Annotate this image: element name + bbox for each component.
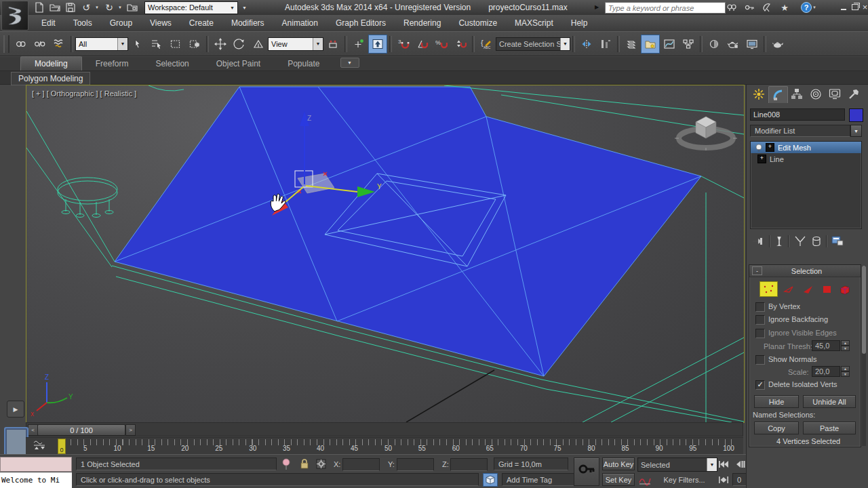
workspace-flyout-icon[interactable]: ▼ xyxy=(242,5,247,10)
workspace-dropdown[interactable]: Workspace: Default▼ xyxy=(144,1,238,14)
ribbon-tab-selection[interactable]: Selection xyxy=(142,57,202,70)
scale-spinner[interactable]: ▲▼ xyxy=(841,366,850,377)
tab-hierarchy-icon[interactable] xyxy=(787,86,806,102)
menu-item[interactable]: Help xyxy=(562,16,597,30)
make-unique-icon[interactable] xyxy=(793,235,807,247)
minimize-button[interactable] xyxy=(838,2,848,12)
delete-isolated-verts-checkbox[interactable]: ✓ xyxy=(755,380,765,390)
sub-object-element-button[interactable] xyxy=(835,281,854,297)
set-keys-button[interactable] xyxy=(574,458,599,486)
copy-button[interactable]: Copy xyxy=(754,422,799,434)
select-and-link-icon[interactable] xyxy=(12,35,31,54)
default-in-out-tangent-icon[interactable] xyxy=(637,473,654,487)
menu-item[interactable]: Edit xyxy=(33,16,64,30)
hide-button[interactable]: Hide xyxy=(754,395,799,408)
restore-button[interactable] xyxy=(850,2,860,12)
auto-key-button[interactable]: Auto Key xyxy=(602,458,635,470)
object-color-swatch[interactable] xyxy=(849,108,863,122)
favorites-star-icon[interactable]: ★ xyxy=(777,1,792,14)
percent-snap-toggle-icon[interactable]: % xyxy=(432,35,451,54)
rendered-frame-window-icon[interactable] xyxy=(743,35,762,54)
reference-coordinate-dropdown[interactable]: View▼ xyxy=(268,37,323,51)
toolbar-grip[interactable] xyxy=(3,35,9,53)
save-icon[interactable] xyxy=(64,1,77,14)
menu-item[interactable]: Customize xyxy=(450,16,506,30)
undo-icon[interactable]: ↺ xyxy=(79,1,93,14)
help-icon[interactable]: ? xyxy=(799,1,814,14)
planar-thresh-field[interactable]: 45,0 xyxy=(812,340,840,351)
menu-item[interactable]: Create xyxy=(180,16,222,30)
track-display-icon[interactable] xyxy=(31,439,50,452)
selection-rollout-header[interactable]: - Selection xyxy=(749,265,861,277)
ignore-backfacing-checkbox[interactable] xyxy=(755,315,765,325)
edit-named-selection-sets-icon[interactable]: {ABC xyxy=(477,35,496,54)
time-slider-handle[interactable]: 0 / 100 xyxy=(37,424,125,436)
modifier-stack-row-line[interactable]: + Line xyxy=(751,153,861,165)
by-vertex-checkbox[interactable] xyxy=(755,302,765,312)
bind-to-space-warp-icon[interactable] xyxy=(50,35,68,54)
previous-frame-icon[interactable] xyxy=(732,458,747,471)
paste-button[interactable]: Paste xyxy=(803,422,856,434)
pin-stack-icon[interactable] xyxy=(750,235,765,247)
configure-modifier-sets-icon[interactable] xyxy=(831,236,844,247)
show-end-result-icon[interactable] xyxy=(774,235,784,247)
rectangular-selection-region-icon[interactable] xyxy=(166,35,185,54)
polygon-modeling-panel-tab[interactable]: Polygon Modeling xyxy=(11,72,90,85)
spinner-snap-toggle-icon[interactable] xyxy=(451,35,470,54)
ribbon-minimize-icon[interactable]: ▼ xyxy=(340,58,359,68)
menu-item[interactable]: Modifiers xyxy=(222,16,273,30)
search-icon[interactable] xyxy=(724,1,739,14)
x-coordinate-field[interactable] xyxy=(342,458,380,471)
menu-item[interactable]: Views xyxy=(141,16,180,30)
unlink-selection-icon[interactable] xyxy=(31,35,50,54)
angle-snap-toggle-icon[interactable] xyxy=(413,35,432,54)
align-icon[interactable] xyxy=(596,35,615,54)
ignore-visible-edges-checkbox[interactable] xyxy=(755,329,765,338)
named-selection-set-dropdown[interactable]: Create Selection Se▼ xyxy=(496,37,570,51)
ribbon-tab-object-paint[interactable]: Object Paint xyxy=(203,57,274,70)
add-time-tag[interactable]: Add Time Tag xyxy=(502,473,583,486)
select-and-scale-icon[interactable] xyxy=(249,35,268,54)
current-frame-marker[interactable]: 0 xyxy=(58,439,66,454)
ribbon-expand-icon[interactable]: ▶ xyxy=(7,401,24,418)
key-mode-toggle-icon[interactable] xyxy=(716,473,731,487)
tab-display-icon[interactable] xyxy=(825,86,844,102)
undo-dropdown-icon[interactable]: ▼ xyxy=(95,5,100,9)
set-key-button[interactable]: Set Key xyxy=(602,473,635,486)
window-crossing-toggle-icon[interactable] xyxy=(185,35,204,54)
select-by-name-icon[interactable] xyxy=(147,35,166,54)
key-filters-button[interactable]: Key Filters... xyxy=(656,473,712,486)
scale-field[interactable]: 20,0 xyxy=(812,366,840,377)
sub-object-edge-button[interactable] xyxy=(780,281,798,297)
viewport-label[interactable]: [ + ] [ Orthographic ] [ Realistic ] xyxy=(32,89,136,98)
menu-item[interactable]: MAXScript xyxy=(506,16,562,30)
ribbon-tab-modeling[interactable]: Modeling xyxy=(20,56,82,70)
go-to-start-icon[interactable] xyxy=(716,458,731,471)
infocenter-expand-icon[interactable]: ▶ xyxy=(595,4,599,10)
sub-object-polygon-button[interactable] xyxy=(818,281,836,297)
macro-recorder-pane[interactable] xyxy=(0,457,72,472)
tab-modify-icon[interactable] xyxy=(768,86,788,103)
render-setup-icon[interactable] xyxy=(724,35,743,54)
tab-create-icon[interactable] xyxy=(749,86,768,102)
menu-item[interactable]: Animation xyxy=(273,16,327,30)
z-coordinate-field[interactable] xyxy=(450,458,488,471)
time-slider-track[interactable]: < 0 / 100 > xyxy=(26,422,743,436)
modifier-stack-row-edit-mesh[interactable]: + Edit Mesh xyxy=(751,142,861,153)
menu-item[interactable]: Tools xyxy=(64,16,101,30)
tab-utilities-icon[interactable] xyxy=(844,86,863,102)
mirror-icon[interactable] xyxy=(577,35,596,54)
menu-item[interactable]: Group xyxy=(101,16,141,30)
material-editor-icon[interactable] xyxy=(705,35,724,54)
redo-icon[interactable]: ↻ xyxy=(102,1,116,14)
panel-scrollbar[interactable] xyxy=(862,266,866,446)
redo-dropdown-icon[interactable]: ▼ xyxy=(118,5,123,9)
isolate-selection-toggle-icon[interactable] xyxy=(483,473,498,487)
project-folder-icon[interactable] xyxy=(125,1,139,14)
select-and-move-icon[interactable] xyxy=(211,35,230,54)
track-bar[interactable]: 5101520253035404550556065707580859095100… xyxy=(26,437,743,454)
graphite-ribbon-toggle-icon[interactable] xyxy=(641,35,660,54)
modifier-visibility-bulb-icon[interactable] xyxy=(754,143,764,152)
select-object-icon[interactable] xyxy=(128,35,147,54)
menu-item[interactable]: Graph Editors xyxy=(327,16,395,30)
